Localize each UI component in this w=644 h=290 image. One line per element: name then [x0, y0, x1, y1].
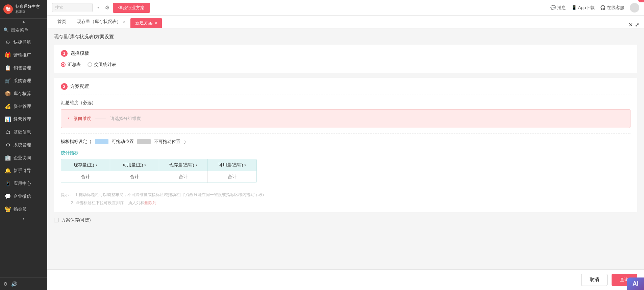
content-area: 现存量(库存状况表)方案设置 1 选择模板 汇总表 交叉统计表 [47, 28, 644, 269]
sidebar-logo: 畅 畅康通好生意 标准版 [0, 0, 47, 19]
step1-card: 1 选择模板 汇总表 交叉统计表 [54, 45, 637, 73]
cancel-button[interactable]: 取消 [581, 274, 608, 286]
stats-col-3-label: 可用量(基辅) [218, 162, 243, 168]
sidebar-item-basic-info[interactable]: 🗂 基础信息 [0, 126, 47, 139]
tab-new-plan-label: 新建方案 [135, 20, 153, 26]
tip-2: 2. 点击标题栏下拉可设置排序、插入列和删除列 [61, 199, 630, 207]
dimension-placeholder: 请选择分组维度 [110, 116, 141, 122]
radio-cross[interactable]: 交叉统计表 [88, 62, 116, 68]
online-service-item[interactable]: 🎧 在线客服 [600, 5, 624, 11]
sidebar-item-finance[interactable]: 💰 资金管理 [0, 100, 47, 113]
template-radio-group: 汇总表 交叉统计表 [61, 62, 630, 68]
dimension-arrow: —— [95, 116, 106, 122]
search-menu-label: 搜索菜单 [11, 27, 28, 33]
sidebar-item-inventory[interactable]: 📦 库存核算 [0, 87, 47, 100]
sidebar-item-label: 库存核算 [14, 91, 31, 97]
step1-title: 选择模板 [70, 50, 89, 56]
sidebar-item-app-center[interactable]: 📱 应用中心 [0, 177, 47, 190]
app-center-icon: 📱 [5, 180, 11, 187]
step1-badge: 1 [61, 50, 68, 57]
sidebar-item-operations[interactable]: 📊 经营管理 [0, 113, 47, 126]
tab-inventory-status[interactable]: 现存量（库存状况表） × [72, 16, 130, 28]
logo-subtitle: 标准版 [16, 9, 40, 14]
stats-col-0-label: 现存量(主) [74, 162, 94, 168]
radio-summary-circle [61, 62, 66, 67]
app-download-label: App下载 [578, 5, 595, 11]
basic-info-icon: 🗂 [5, 129, 11, 135]
tab-inventory-label: 现存量（库存状况表） [77, 19, 121, 25]
delete-col-link[interactable]: 删除列 [144, 200, 156, 205]
radio-summary[interactable]: 汇总表 [61, 62, 81, 68]
sidebar-item-system[interactable]: ⚙ 系统管理 [0, 139, 47, 151]
search-input-mock[interactable]: 搜索 [52, 3, 93, 12]
inventory-icon: 📦 [5, 91, 11, 97]
sidebar-item-enterprise[interactable]: 🏢 企业协同 [0, 151, 47, 164]
search-menu[interactable]: 🔍 搜索菜单 [0, 24, 47, 36]
sidebar-item-wechat[interactable]: 💬 企业微信 [0, 190, 47, 203]
sidebar-item-label: 经营管理 [14, 116, 31, 122]
tab-home-label: 首页 [57, 19, 66, 25]
sidebar-item-label: 应用中心 [14, 180, 31, 187]
scroll-up-arrow[interactable]: ▲ [0, 19, 47, 24]
sidebar-item-marketing[interactable]: 🎁 营销推广 [0, 49, 47, 62]
stats-col-1[interactable]: 可用量(主) ▾ [110, 159, 159, 171]
draggable-indicator [95, 139, 108, 144]
step2-title: 方案配置 [70, 83, 89, 90]
trial-btn[interactable]: 体验行业方案 [113, 3, 150, 13]
sidebar: 畅 畅康通好生意 标准版 ▲ 🔍 搜索菜单 ⊙ 快捷导航 🎁 营销推广 📋 销售… [0, 0, 47, 290]
marketing-icon: 🎁 [5, 52, 11, 58]
stats-cell-0: 合计 [61, 171, 110, 183]
tab-inventory-close[interactable]: × [123, 20, 125, 24]
sidebar-item-purchase[interactable]: 🛒 采购管理 [0, 74, 47, 87]
expand-icon[interactable]: ⤢ [635, 22, 639, 28]
tab-new-plan[interactable]: 新建方案 × [130, 18, 162, 28]
message-label: 消息 [557, 5, 566, 11]
not-draggable-label: 不可拖动位置 [154, 139, 180, 145]
dimension-label: 纵向维度 [74, 116, 91, 122]
page-title: 现存量(库存状况表)方案设置 [54, 34, 637, 40]
app-download-item[interactable]: 📱 App下载 [571, 5, 595, 11]
stats-section-title: 统计指标 [61, 150, 630, 156]
scroll-down-arrow[interactable]: ▼ [0, 216, 47, 221]
sidebar-item-sales[interactable]: 📋 销售管理 [0, 62, 47, 74]
topbar-left: 搜索 ▾ ⚙ 体验行业方案 [52, 3, 150, 13]
stats-table-header: 现存量(主) ▾ 可用量(主) ▾ 现存量(基辅) ▾ 可用量(基辅) [61, 159, 256, 171]
volume-icon[interactable]: 🔊 [11, 281, 17, 287]
enterprise-icon: 🏢 [5, 155, 11, 161]
user-avatar[interactable] [630, 3, 639, 13]
gear-icon[interactable]: ⚙ [105, 4, 109, 11]
template-indicator-row: 模板指标设定（ 可拖动位置 不可拖动位置 ） [61, 139, 630, 145]
sidebar-item-label: 营销推广 [14, 52, 31, 58]
stats-col-3-chevron: ▾ [244, 163, 246, 167]
sidebar-item-label: 企业协同 [14, 155, 31, 161]
sidebar-item-label: 基础信息 [14, 129, 31, 135]
settings-icon[interactable]: ⚙ [3, 281, 8, 287]
tabs-bar: 首页 现存量（库存状况表） × 新建方案 × ✕ ⤢ [47, 16, 644, 28]
dimension-area[interactable]: * 纵向维度 —— 请选择分组维度 [61, 109, 630, 128]
required-star: * [68, 116, 70, 121]
tip-1: 提示： 1.拖动标题栏可以调整布局，不可跨维度或指标区域拖动栏目字段(只能在同一… [61, 191, 630, 199]
topbar: 搜索 ▾ ⚙ 体验行业方案 💬 消息 99+ 📱 App下载 🎧 在线客服 [47, 0, 644, 16]
tab-new-plan-close[interactable]: × [155, 21, 157, 25]
phone-icon: 📱 [571, 5, 577, 10]
sidebar-item-member[interactable]: 👑 畅会员 [0, 203, 47, 216]
sidebar-item-quick-nav[interactable]: ⊙ 快捷导航 [0, 36, 47, 49]
not-draggable-indicator [137, 139, 151, 144]
sidebar-item-guide[interactable]: 🔔 新手引导 [0, 164, 47, 177]
save-checkbox[interactable] [54, 218, 59, 222]
message-item[interactable]: 💬 消息 99+ [550, 5, 566, 11]
sidebar-item-label: 畅会员 [14, 206, 27, 212]
ai-fab-button[interactable]: Ai [627, 277, 644, 290]
stats-col-2[interactable]: 现存量(基辅) ▾ [159, 159, 208, 171]
radio-cross-circle [88, 62, 92, 67]
radio-cross-label: 交叉统计表 [94, 62, 116, 68]
stats-col-3[interactable]: 可用量(基辅) ▾ [208, 159, 256, 171]
step2-card: 2 方案配置 汇总维度（必选） * 纵向维度 —— 请选择分组维度 模板指标设定… [54, 78, 637, 212]
logo-icon: 畅 [3, 4, 13, 14]
tab-home[interactable]: 首页 [52, 16, 72, 28]
stats-col-0[interactable]: 现存量(主) ▾ [61, 159, 110, 171]
step2-badge: 2 [61, 83, 68, 90]
close-icon[interactable]: ✕ [628, 22, 633, 28]
sales-icon: 📋 [5, 65, 11, 71]
dropdown-icon[interactable]: ▾ [97, 5, 99, 10]
